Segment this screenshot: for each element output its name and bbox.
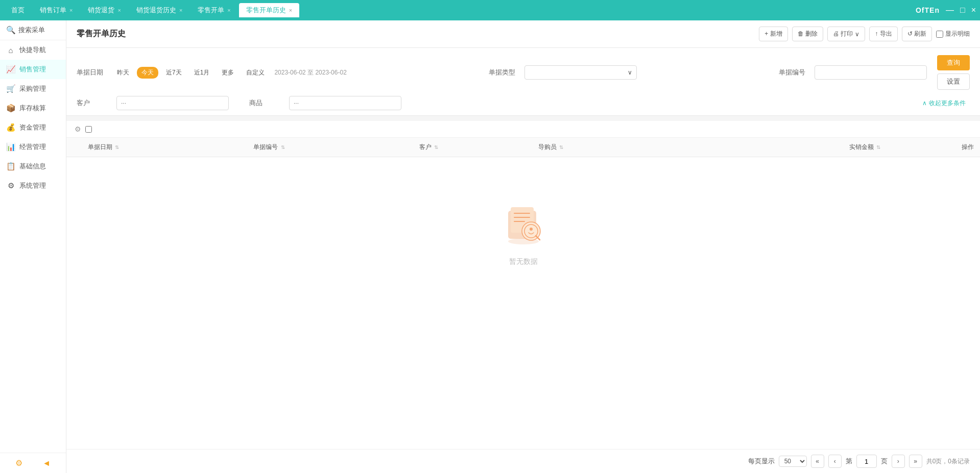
bill-type-select[interactable]: ∨ — [524, 65, 637, 80]
prev-page-button[interactable]: ‹ — [828, 455, 842, 468]
sort-amount-icon[interactable]: ⇅ — [876, 144, 880, 150]
sidebar-item-label: 经营管理 — [19, 142, 46, 152]
collapse-sidebar-button[interactable]: ◄ — [42, 459, 51, 468]
sys-icon: ⚙ — [6, 181, 15, 190]
show-detail-label: 显示明细 — [936, 30, 970, 38]
tab-home[interactable]: 首页 — [4, 3, 32, 17]
sidebar-item-label: 采购管理 — [19, 84, 46, 93]
collapse-filter-button[interactable]: ∧ 收起更多条件 — [918, 97, 970, 110]
last-page-button[interactable]: » — [909, 455, 922, 468]
table-settings-icon[interactable]: ⚙ — [75, 125, 81, 133]
close-tab-retail-open-history[interactable]: × — [289, 7, 292, 13]
tab-retail-open-history[interactable]: 零售开单历史 × — [239, 3, 299, 17]
sales-icon: 📈 — [6, 65, 15, 74]
export-button[interactable]: ↑ 导出 — [869, 27, 897, 41]
bill-type-label: 单据类型 — [489, 68, 524, 77]
maximize-button[interactable]: □ — [960, 6, 965, 15]
customer-label: 客户 — [77, 98, 112, 108]
sort-salesperson-icon[interactable]: ⇅ — [559, 144, 563, 150]
date-btn-1month[interactable]: 近1月 — [189, 67, 214, 79]
th-action: 操作 — [887, 138, 980, 157]
filter-settings-button[interactable]: 设置 — [937, 73, 970, 90]
sidebar-item-finance[interactable]: 💰 资金管理 — [0, 118, 66, 137]
date-filter-label: 单据日期 — [77, 68, 112, 77]
top-tab-bar: 首页 销售订单 × 销货退货 × 销货退货历史 × 零售开单 × 零售开单历史 … — [0, 0, 980, 20]
sidebar-footer: ⚙ ◄ — [0, 453, 66, 473]
ops-icon: 📊 — [6, 142, 15, 152]
sidebar-item-label: 基础信息 — [19, 162, 46, 171]
purchase-icon: 🛒 — [6, 84, 15, 93]
select-all-checkbox[interactable] — [85, 126, 92, 133]
sort-no-icon[interactable]: ⇅ — [281, 144, 285, 150]
first-page-button[interactable]: « — [811, 455, 824, 468]
date-btn-yesterday[interactable]: 昨天 — [112, 67, 134, 79]
th-spacer — [675, 138, 721, 157]
page-title: 零售开单历史 — [77, 29, 126, 45]
close-tab-sales-return[interactable]: × — [117, 7, 121, 13]
search-button[interactable]: 查询 — [937, 55, 970, 70]
bill-no-label: 单据编号 — [779, 68, 815, 77]
page-suffix: 页 — [881, 457, 888, 466]
sidebar-item-sys-mgmt[interactable]: ⚙ 系统管理 — [0, 176, 66, 195]
tab-sales-return-history[interactable]: 销货退货历史 × — [129, 3, 189, 17]
table-header-row: 单据日期 ⇅ 单据编号 ⇅ 客户 ⇅ — [66, 138, 980, 157]
per-page-select[interactable]: 50 10 20 100 — [779, 456, 807, 467]
th-date: 单据日期 ⇅ — [82, 138, 247, 157]
settings-footer-button[interactable]: ⚙ — [15, 458, 22, 468]
content-area: 零售开单历史 + 新增 🗑 删除 🖨 打印 ∨ ↑ 导出 ↺ 刷新 — [66, 20, 980, 473]
sidebar-search-label: 搜索采单 — [18, 26, 45, 35]
sidebar-item-label: 系统管理 — [19, 181, 46, 190]
table-wrap: 单据日期 ⇅ 单据编号 ⇅ 客户 ⇅ — [66, 138, 980, 297]
basic-info-icon: 📋 — [6, 162, 15, 171]
sidebar-search[interactable]: 🔍 搜索采单 — [0, 20, 66, 40]
empty-state: 暂无数据 — [66, 157, 980, 297]
bill-no-input[interactable] — [815, 65, 927, 80]
filter-row-customer: 客户 商品 ∧ 收起更多条件 — [77, 96, 970, 110]
close-tab-sales-order[interactable]: × — [69, 7, 73, 13]
th-no: 单据编号 ⇅ — [247, 138, 413, 157]
show-detail-checkbox[interactable] — [936, 31, 943, 38]
sidebar-item-inventory[interactable]: 📦 库存核算 — [0, 98, 66, 118]
date-btn-more[interactable]: 更多 — [217, 67, 238, 79]
query-buttons: 查询 设置 — [937, 55, 970, 90]
search-icon: 🔍 — [6, 26, 15, 35]
delete-button[interactable]: 🗑 删除 — [792, 27, 823, 41]
table-area: ⚙ 单据日期 ⇅ 单据编号 ⇅ — [66, 121, 980, 449]
per-page-label: 每页显示 — [748, 457, 775, 466]
close-tab-retail-open[interactable]: × — [227, 7, 230, 13]
sort-customer-icon[interactable]: ⇅ — [434, 144, 438, 150]
customer-input[interactable] — [116, 96, 229, 110]
close-window-button[interactable]: × — [971, 6, 976, 15]
tab-sales-order[interactable]: 销售订单 × — [33, 3, 80, 17]
add-button[interactable]: + 新增 — [759, 27, 787, 41]
tab-sales-return[interactable]: 销货退货 × — [81, 3, 128, 17]
data-table: 单据日期 ⇅ 单据编号 ⇅ 客户 ⇅ — [66, 138, 980, 157]
sidebar-item-purchase-mgmt[interactable]: 🛒 采购管理 — [0, 79, 66, 98]
sidebar-item-sales-mgmt[interactable]: 📈 销售管理 — [0, 60, 66, 79]
refresh-button[interactable]: ↺ 刷新 — [902, 27, 932, 41]
th-customer: 客户 ⇅ — [413, 138, 532, 157]
tab-retail-open[interactable]: 零售开单 × — [190, 3, 237, 17]
svg-point-9 — [530, 228, 533, 231]
table-toolbar: ⚙ — [66, 121, 980, 138]
sidebar-item-ops-mgmt[interactable]: 📊 经营管理 — [0, 137, 66, 157]
brand-logo: OfTEn — [916, 6, 940, 14]
finance-icon: 💰 — [6, 123, 15, 132]
product-filter: 商品 — [249, 96, 401, 110]
close-tab-sales-return-history[interactable]: × — [179, 7, 182, 13]
date-btn-7days[interactable]: 近7天 — [161, 67, 186, 79]
sidebar-nav: ⌂ 快捷导航 📈 销售管理 🛒 采购管理 📦 库存核算 💰 资金管理 📊 — [0, 40, 66, 453]
next-page-button[interactable]: › — [892, 455, 905, 468]
print-button[interactable]: 🖨 打印 ∨ — [827, 27, 865, 41]
minimize-button[interactable]: — — [946, 6, 954, 15]
pagination: 每页显示 50 10 20 100 « ‹ 第 页 › » 共0页，0条记录 — [66, 449, 980, 473]
date-btn-custom[interactable]: 自定义 — [242, 67, 269, 79]
product-input[interactable] — [289, 96, 401, 110]
sidebar-item-basic-info[interactable]: 📋 基础信息 — [0, 157, 66, 176]
product-label: 商品 — [249, 98, 285, 108]
sidebar-item-quick-nav[interactable]: ⌂ 快捷导航 — [0, 40, 66, 60]
filter-area: 单据日期 昨天 今天 近7天 近1月 更多 自定义 2023-06-02 至 2… — [66, 48, 980, 116]
date-btn-today[interactable]: 今天 — [137, 67, 158, 79]
sort-date-icon[interactable]: ⇅ — [115, 144, 119, 150]
page-number-input[interactable] — [856, 455, 877, 468]
